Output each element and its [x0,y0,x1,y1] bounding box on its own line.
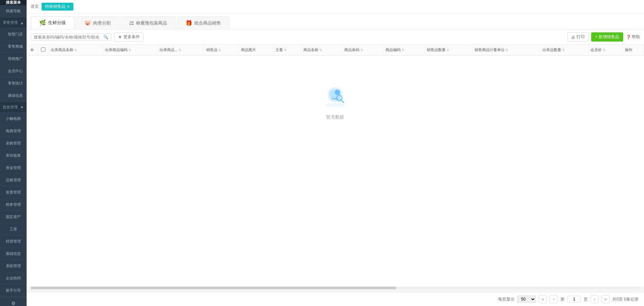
breadcrumb-close-icon[interactable]: ✕ [67,4,70,9]
col-out-spec: 出库商品... ⇅ [158,45,204,56]
horizontal-scrollbar[interactable] [31,287,640,289]
sidebar-item-base-info-2[interactable]: 基础信息 [0,248,27,260]
sidebar-item-salary[interactable]: 工资 [0,223,27,235]
select-all-checkbox[interactable] [41,47,45,52]
tab-row: 🌿 生鲜分级 🐷 肉类分割 ⚖ 称重预包装商品 🎁 组合商品销售 [27,14,644,30]
col-action: 操作 [623,45,644,56]
sidebar-item-ledger[interactable]: 总账管理 [0,174,27,186]
col-main: 主量 ⇅ [273,45,301,56]
sidebar-item-ecommerce[interactable]: 小畅电商 [0,113,27,125]
total-label: 共0页 0条记录 [612,296,639,302]
sidebar-item-marketing[interactable]: 营销推广 [0,53,27,65]
first-page-btn[interactable]: « [539,295,547,303]
breadcrumb-current[interactable]: 特殊销售品 ✕ [42,3,73,11]
help-button[interactable]: ❓ 帮助 [626,34,640,40]
sidebar-item-enterprise[interactable]: 企业协同 [0,272,27,285]
search-input[interactable] [34,35,102,40]
sort-icon[interactable]: ⇅ [447,48,449,52]
tab-weight[interactable]: ⚖ 称重预包装商品 [121,16,176,29]
svg-point-3 [335,90,340,95]
table-container: ⚙ 出库商品名称 ⇅ 出库商品编码 ⇅ 出库商品... ⇅ [27,45,644,287]
search-wrapper: 🔍 [31,33,111,41]
sort-icon[interactable]: ⇅ [360,48,363,52]
col-settings[interactable]: ⚙ [27,45,38,56]
sidebar-item-retail-stats[interactable]: 零售统计 [0,77,27,90]
page-label-prefix: 第 [560,296,565,302]
weight-icon: ⚖ [129,20,134,26]
help-icon: ❓ [626,35,631,40]
sidebar-item-inventory[interactable]: 库存核算 [0,150,27,162]
page-input[interactable] [567,296,581,303]
col-out-name: 出库商品名称 ⇅ [48,45,103,56]
prev-page-btn[interactable]: ‹ [550,295,558,303]
sidebar-item-newbie[interactable]: 新手引导 [0,285,27,297]
sidebar-item-fixed-assets[interactable]: 固定资产 [0,211,27,223]
sidebar-item-retail-mall[interactable]: 零售商城 [0,41,27,53]
sort-icon[interactable]: ⇅ [319,48,322,52]
filter-button[interactable]: ▼ 更多条件 [114,32,144,42]
sidebar-item-system[interactable]: 系统管理 [0,260,27,272]
search-icon[interactable]: 🔍 [103,35,108,40]
sort-icon[interactable]: ⇅ [129,48,131,52]
per-page-select[interactable]: 50 20 100 [517,295,536,303]
sidebar-item-tax[interactable]: 税务管理 [0,199,27,211]
col-unit: 销售商品计量单位 ⇅ [473,45,540,56]
sidebar-item-invoice[interactable]: 发票管理 [0,186,27,199]
toolbar-right: 🖨 打印 + 新增销售品 ❓ 帮助 [567,32,640,42]
sort-icon[interactable]: ⇅ [506,48,508,52]
sidebar-item-purchase[interactable]: 采购管理 [0,137,27,150]
sidebar-item-wholesale[interactable]: 批发管理 ▼ [0,102,27,113]
col-out-code: 出库商品编码 ⇅ [103,45,158,56]
combo-icon: 🎁 [185,20,192,26]
svg-point-0 [326,103,345,107]
sort-icon[interactable]: ⇅ [179,48,181,52]
sidebar-item-smart-store[interactable]: 智慧门店 [0,28,27,41]
top-bar: 首页 特殊销售品 ✕ [27,0,644,14]
next-page-btn[interactable]: › [590,295,599,303]
sidebar-item-ecom-mgmt[interactable]: 电商管理 [0,125,27,137]
sort-icon[interactable]: ⇅ [284,48,287,52]
print-icon: 🖨 [571,35,575,40]
tab-fresh[interactable]: 🌿 生鲜分级 [31,16,74,29]
last-page-btn[interactable]: » [601,295,610,303]
sidebar: 搜索菜单 快捷导航 零售管理 ▲ 智慧门店 零售商城 营销推广 会员中心 零售统… [0,0,27,306]
sort-icon[interactable]: ⇅ [74,48,77,52]
data-table: ⚙ 出库商品名称 ⇅ 出库商品编码 ⇅ 出库商品... ⇅ [27,45,644,148]
empty-state: 暂无数据 [27,56,644,148]
sort-icon[interactable]: ⇅ [562,48,565,52]
sort-icon[interactable]: ⇅ [402,48,404,52]
sidebar-item-base-info-1[interactable]: 基础信息 [0,90,27,102]
gear-icon: ⚙ [11,301,16,306]
main-content: 首页 特殊销售品 ✕ 🌿 生鲜分级 🐷 肉类分割 ⚖ 称重预包装商品 🎁 组合商… [27,0,644,306]
tab-meat[interactable]: 🐷 肉类分割 [76,16,119,29]
empty-illustration [321,83,349,110]
sort-icon[interactable]: ⇅ [603,48,605,52]
sidebar-item-retail-mgmt[interactable]: 零售管理 ▲ [0,17,27,28]
toolbar: 🔍 ▼ 更多条件 🖨 打印 + 新增销售品 ❓ 帮助 [27,30,644,45]
sidebar-item-finance[interactable]: 资金管理 [0,162,27,174]
col-member-price: 会员价 ⇅ [588,45,623,56]
filter-icon: ▼ [118,35,122,40]
col-sale-qty: 销售品数量 ⇅ [424,45,472,56]
sort-icon[interactable]: ⇅ [219,48,221,52]
col-goods-name: 商品名称 ⇅ [301,45,342,56]
sidebar-item-member[interactable]: 会员中心 [0,65,27,77]
sidebar-item-biz-mgmt[interactable]: 经营管理 [0,235,27,248]
page-area: 🌿 生鲜分级 🐷 肉类分割 ⚖ 称重预包装商品 🎁 组合商品销售 🔍 [27,14,644,306]
sidebar-item-quicknav[interactable]: 快捷导航 [0,5,27,17]
print-button[interactable]: 🖨 打印 [567,32,588,42]
meat-icon: 🐷 [84,20,91,26]
tab-combo[interactable]: 🎁 组合商品销售 [177,16,229,29]
col-goods-code: 商品编码 ⇅ [384,45,425,56]
breadcrumb-home[interactable]: 首页 [31,4,39,10]
col-img: 商品图片 [239,45,273,56]
scrollbar-thumb [31,287,396,289]
col-checkbox[interactable] [38,45,48,56]
sidebar-settings[interactable]: ⚙ [0,297,27,306]
fresh-icon: 🌿 [39,19,46,26]
pagination-bar: 每页显示 50 20 100 « ‹ 第 页 › » 共0页 0条记录 [27,292,644,306]
per-page-label: 每页显示 [498,296,514,302]
col-out-qty: 出库品数量 ⇅ [540,45,588,56]
page-label-suffix: 页 [584,296,588,302]
add-button[interactable]: + 新增销售品 [591,32,623,42]
